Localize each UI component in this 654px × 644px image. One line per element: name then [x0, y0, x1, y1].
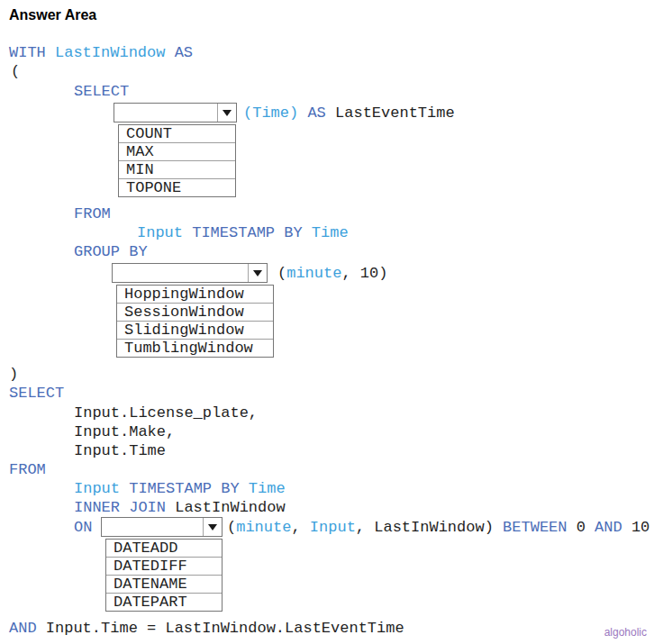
plain-open-paren: ( — [227, 519, 236, 536]
plain-lastinwindow: LastInWindow — [175, 499, 285, 516]
dropdown-option-max[interactable]: MAX — [119, 142, 235, 160]
code-line-from-inner: FROM — [74, 206, 111, 222]
plain-open-paren: ( — [277, 265, 286, 282]
code-line-column-make: Input.Make, — [74, 424, 175, 440]
window-function-dropdown-value[interactable] — [113, 264, 248, 282]
chevron-down-icon — [208, 524, 217, 531]
plain-window-args: , 10) — [341, 265, 387, 282]
code-line-inner-join: INNER JOIN LastInWindow — [74, 500, 286, 515]
identifier-minute: minute — [286, 265, 341, 282]
dropdown-arrow-button[interactable] — [217, 104, 236, 122]
dropdown-option-datename[interactable]: DATENAME — [106, 575, 222, 593]
code-after-dropdown1: (Time) AS LastEventTime — [243, 105, 455, 121]
aggregate-function-options-list: COUNT MAX MIN TOPONE — [118, 124, 236, 197]
keyword-timestamp-by: TIMESTAMP BY — [129, 480, 249, 497]
date-function-options-list: DATEADD DATEDIFF DATENAME DATEPART — [105, 539, 223, 612]
keyword-inner-join: INNER JOIN — [74, 499, 175, 516]
dropdown-option-topone[interactable]: TOPONE — [119, 178, 235, 196]
window-function-dropdown[interactable] — [112, 263, 268, 283]
code-line-with-clause: WITH LastInWindow AS — [9, 45, 193, 60]
code-line-column-license-plate: Input.License_plate, — [74, 405, 258, 421]
dropdown-option-hoppingwindow[interactable]: HoppingWindow — [117, 286, 273, 303]
identifier-time-arg: (Time) — [243, 104, 298, 122]
dropdown-option-slidingwindow[interactable]: SlidingWindow — [117, 321, 273, 339]
identifier-lastinwindow: LastInWindow — [55, 44, 165, 61]
dropdown-option-count[interactable]: COUNT — [119, 125, 235, 142]
keyword-timestamp-by: TIMESTAMP BY — [192, 224, 312, 241]
dropdown-option-min[interactable]: MIN — [119, 160, 235, 178]
answer-area-panel: Answer Area WITH LastInWindow AS ( SELEC… — [0, 0, 654, 644]
plain-ten: 10 — [622, 519, 650, 536]
keyword-with: WITH — [9, 44, 55, 61]
code-line-select-inner: SELECT — [74, 84, 129, 99]
dropdown-option-tumblingwindow[interactable]: TumblingWindow — [117, 339, 273, 357]
identifier-input: Input — [310, 519, 356, 536]
dropdown-arrow-button[interactable] — [248, 264, 267, 282]
code-line-on-keyword: ON — [74, 520, 92, 535]
aggregate-function-dropdown[interactable] — [114, 103, 237, 122]
code-line-group-by: GROUP BY — [74, 244, 148, 259]
keyword-and: AND — [595, 519, 622, 536]
plain-zero: 0 — [568, 519, 595, 536]
window-function-options-list: HoppingWindow SessionWindow SlidingWindo… — [116, 285, 274, 358]
identifier-time: Time — [312, 224, 349, 241]
date-function-dropdown-value[interactable] — [102, 518, 203, 536]
plain-join-condition: Input.Time = LastInWindow.LastEventTime — [46, 620, 404, 637]
plain-comma: , — [291, 519, 309, 536]
dropdown-option-dateadd[interactable]: DATEADD — [106, 540, 222, 557]
keyword-and: AND — [9, 620, 46, 637]
keyword-as: AS — [298, 104, 335, 122]
code-line-open-paren: ( — [11, 64, 20, 79]
chevron-down-icon — [253, 270, 262, 277]
code-line-from-outer: FROM — [9, 462, 46, 477]
keyword-between: BETWEEN — [503, 519, 567, 536]
dropdown-option-datediff[interactable]: DATEDIFF — [106, 557, 222, 575]
code-line-input-timestamp-inner: Input TIMESTAMP BY Time — [137, 225, 349, 240]
code-line-input-timestamp-outer: Input TIMESTAMP BY Time — [74, 481, 286, 496]
code-after-dropdown3: (minute, Input, LastInWindow) BETWEEN 0 … — [227, 520, 649, 535]
code-line-and-condition: AND Input.Time = LastInWindow.LastEventT… — [9, 621, 404, 636]
keyword-as: AS — [165, 44, 193, 61]
code-line-close-paren: ) — [9, 367, 18, 382]
identifier-input: Input — [137, 224, 192, 241]
aggregate-function-dropdown-value[interactable] — [114, 104, 217, 122]
code-line-select-outer: SELECT — [9, 385, 64, 401]
plain-lastinwindow-arg: , LastInWindow) — [356, 519, 503, 536]
page-title: Answer Area — [9, 7, 96, 23]
dropdown-option-datepart[interactable]: DATEPART — [106, 593, 222, 611]
dropdown-arrow-button[interactable] — [203, 518, 222, 536]
code-after-dropdown2: (minute, 10) — [277, 266, 387, 281]
plain-lasteventtime: LastEventTime — [335, 104, 455, 122]
identifier-time: Time — [249, 480, 286, 497]
chevron-down-icon — [223, 110, 232, 116]
dropdown-option-sessionwindow[interactable]: SessionWindow — [117, 303, 273, 321]
date-function-dropdown[interactable] — [101, 517, 223, 537]
identifier-minute: minute — [236, 519, 291, 536]
watermark-text: algoholic — [604, 626, 647, 639]
identifier-input: Input — [74, 480, 129, 497]
code-line-column-time: Input.Time — [74, 443, 166, 458]
